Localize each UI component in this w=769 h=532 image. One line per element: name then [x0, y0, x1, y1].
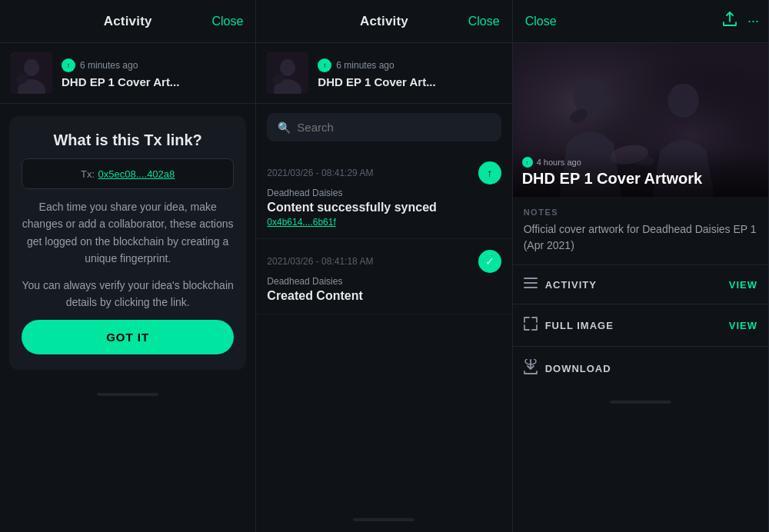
svg-point-1 — [24, 59, 39, 76]
panel2-card-time: 6 minutes ago — [336, 60, 394, 71]
tooltip-body2: You can always verify your idea's blockc… — [22, 277, 234, 311]
panel1-title: Activity — [104, 14, 152, 29]
svg-rect-16 — [524, 278, 538, 279]
panel1-bottom-bar — [97, 393, 158, 396]
activity-view-link[interactable]: VIEW — [729, 279, 757, 291]
got-it-button[interactable]: GOT IT — [22, 320, 234, 354]
cloud-sync-icon2: ↑ — [318, 58, 331, 72]
action-download-left: DOWNLOAD — [524, 359, 611, 377]
panel2-thumbnail — [267, 52, 308, 94]
action-fullimage-left: FULL IMAGE — [524, 317, 614, 334]
detail-section: NOTES Official cover artwork for Deadhea… — [513, 197, 768, 264]
panel2-header: Activity Close — [256, 0, 511, 43]
panel-activity-list: Activity Close ↑ 6 minutes ago DHD EP 1 … — [256, 0, 512, 532]
activity-date-2: 2021/03/26 - 08:41:18 AM — [267, 256, 373, 267]
activity-date-1: 2021/03/26 - 08:41:29 AM — [267, 168, 373, 178]
svg-point-13 — [667, 84, 698, 118]
notes-text: Official cover artwork for Deadhead Dais… — [524, 221, 757, 264]
panel2-card-info: ↑ 6 minutes ago DHD EP 1 Cover Art... — [318, 58, 501, 88]
panel1-card-time: 6 minutes ago — [80, 60, 138, 71]
search-input[interactable] — [297, 121, 490, 134]
tx-value[interactable]: 0x5ec08....402a8 — [98, 168, 175, 180]
download-icon — [524, 359, 538, 377]
activity-list: 2021/03/26 - 08:41:29 AM ↑ Deadhead Dais… — [256, 151, 511, 507]
fullimage-view-link[interactable]: VIEW — [729, 320, 757, 331]
action-activity-left: ACTIVITY — [524, 278, 597, 291]
panel2-thumb-image — [267, 52, 308, 94]
panel1-close[interactable]: Close — [211, 15, 243, 28]
download-action-label: DOWNLOAD — [545, 363, 611, 374]
panel2-close[interactable]: Close — [468, 15, 500, 28]
action-download-row[interactable]: DOWNLOAD — [513, 346, 768, 390]
panel1-thumbnail — [11, 52, 52, 94]
activity-org-2: Deadhead Daisies — [267, 276, 501, 287]
tx-box: Tx: 0x5ec08....402a8 — [22, 158, 234, 189]
svg-rect-17 — [524, 282, 538, 284]
action-activity-row[interactable]: ACTIVITY VIEW — [513, 264, 768, 304]
panel3-footer — [513, 390, 768, 414]
panel1-card-title: DHD EP 1 Cover Art... — [62, 75, 245, 88]
image-overlay: ↑ 4 hours ago DHD EP 1 Cover Artwork — [513, 149, 768, 197]
panel3-close[interactable]: Close — [525, 15, 557, 28]
activity-action-label: ACTIVITY — [545, 279, 597, 291]
panel1-header: Activity Close — [0, 0, 255, 43]
panel2-footer — [256, 507, 511, 532]
activity-tx-1[interactable]: 0x4b614....6b61f — [267, 217, 501, 228]
panel2-title: Activity — [360, 14, 408, 29]
activity-status-synced: ↑ — [478, 161, 501, 185]
cloud-sync-icon: ↑ — [62, 58, 75, 72]
svg-rect-18 — [524, 287, 538, 288]
image-title: DHD EP 1 Cover Artwork — [522, 170, 759, 188]
activity-item-1-header: 2021/03/26 - 08:41:29 AM ↑ — [267, 161, 501, 185]
svg-point-5 — [280, 59, 295, 76]
panel-full-view: Close ··· — [513, 0, 769, 532]
action-fullimage-row[interactable]: FULL IMAGE VIEW — [513, 304, 768, 346]
image-hero: ↑ 4 hours ago DHD EP 1 Cover Artwork — [513, 43, 768, 197]
cloud-time-icon: ↑ — [522, 157, 533, 168]
tx-label: Tx: — [81, 168, 95, 180]
activity-item-1: 2021/03/26 - 08:41:29 AM ↑ Deadhead Dais… — [256, 151, 511, 239]
panel2-card-meta: ↑ 6 minutes ago — [318, 58, 501, 72]
activity-list-icon — [524, 278, 538, 291]
tx-tooltip-box: What is this Tx link? Tx: 0x5ec08....402… — [9, 116, 246, 370]
share-icon[interactable] — [723, 12, 737, 31]
panel1-thumb-image — [11, 52, 52, 94]
image-time: ↑ 4 hours ago — [522, 157, 759, 168]
more-options-icon[interactable]: ··· — [747, 13, 759, 29]
panel-activity-tooltip: Activity Close ↑ 6 minutes ago DHD EP 1 … — [0, 0, 256, 532]
search-bar[interactable]: 🔍 — [267, 113, 501, 141]
panel3-header-icons: ··· — [723, 12, 759, 31]
fullimage-action-label: FULL IMAGE — [545, 320, 614, 331]
panel2-content-card: ↑ 6 minutes ago DHD EP 1 Cover Art... — [256, 43, 511, 104]
panel3-bottom-bar — [610, 401, 671, 404]
panel1-footer — [0, 382, 255, 407]
activity-item-2-header: 2021/03/26 - 08:41:18 AM ✓ — [267, 250, 501, 273]
activity-org-1: Deadhead Daisies — [267, 188, 501, 198]
activity-name-1: Content successfully synced — [267, 201, 501, 214]
panel1-content-card: ↑ 6 minutes ago DHD EP 1 Cover Art... — [0, 43, 255, 104]
notes-label: NOTES — [524, 197, 757, 221]
panel1-card-meta: ↑ 6 minutes ago — [62, 58, 245, 72]
activity-name-2: Created Content — [267, 289, 501, 303]
activity-item-2: 2021/03/26 - 08:41:18 AM ✓ Deadhead Dais… — [256, 239, 511, 314]
panel3-header: Close ··· — [513, 0, 768, 43]
panel1-card-info: ↑ 6 minutes ago DHD EP 1 Cover Art... — [62, 58, 245, 88]
activity-status-created: ✓ — [478, 250, 501, 273]
expand-icon — [524, 317, 538, 334]
panel2-card-title: DHD EP 1 Cover Art... — [318, 75, 501, 88]
tooltip-body1: Each time you share your idea, make chan… — [22, 198, 234, 268]
tooltip-title: What is this Tx link? — [53, 131, 201, 149]
panel2-bottom-bar — [353, 518, 414, 521]
search-icon: 🔍 — [278, 121, 291, 134]
